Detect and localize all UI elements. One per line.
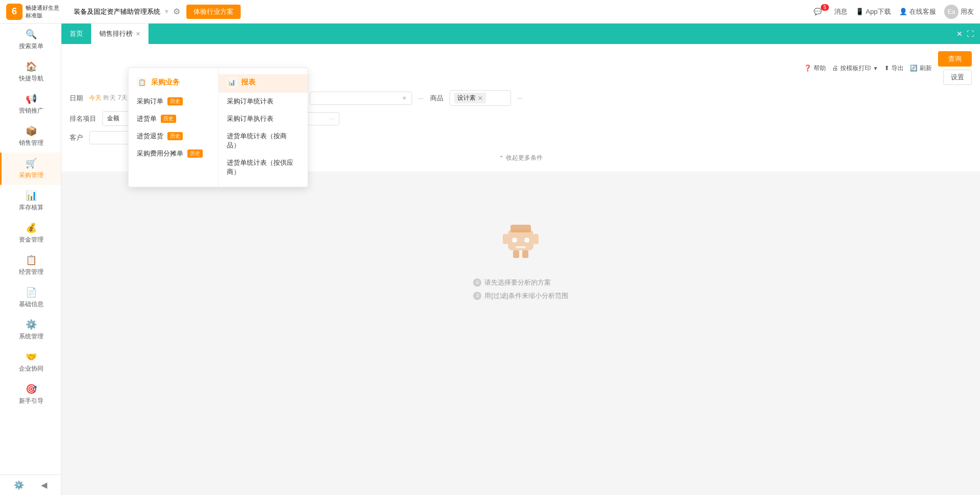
export-btn[interactable]: ⬆ 导出 <box>884 64 904 73</box>
help-icon: ❓ <box>804 64 812 72</box>
sidebar-item-label: 经营管理 <box>19 268 44 276</box>
top-header: 6 畅捷通好生意 标准版 装备及固定资产辅助管理系统 ▼ ⚙ 体验行业方案 💬 … <box>0 0 980 24</box>
chevron-down-icon-3: ··· <box>330 115 335 122</box>
tab-sales-ranking[interactable]: 销售排行榜 ✕ <box>91 24 148 44</box>
dropdown-item-goods-return[interactable]: 进货退货 历史 <box>129 127 218 145</box>
date-shortcut-yesterday[interactable]: 昨天 <box>103 94 116 102</box>
dropdown-item-goods-stats-by-product[interactable]: 进货单统计表（按商品） <box>219 127 308 154</box>
service-icon: 👤 <box>899 8 907 15</box>
online-service-btn[interactable]: 👤 在线客服 <box>899 7 936 16</box>
app-download-btn[interactable]: 📱 App下载 <box>856 7 891 16</box>
sidebar-item-label: 新手引导 <box>19 397 44 405</box>
sidebar-item-label: 采购管理 <box>19 171 44 180</box>
chevron-down-icon: ▼ <box>401 95 408 102</box>
dropdown-item-purchase-order-stats[interactable]: 采购订单统计表 <box>219 93 308 110</box>
tab-close-btn[interactable]: ✕ <box>136 31 140 37</box>
settings-btn[interactable]: 设置 <box>943 70 972 85</box>
report-col: 📊 报表 采购订单统计表 采购订单执行表 进货单统计表（按商品） 进货单统计表（… <box>219 68 308 187</box>
main-layout: 🔍 搜索菜单 🏠 快捷导航 📢 营销推广 📦 销售管理 🛒 采购管理 📊 库存核… <box>0 24 980 495</box>
print-icon: 🖨 <box>832 64 838 72</box>
sidebar-collapse-btn[interactable]: ◀ <box>41 480 47 490</box>
sidebar-item-operations[interactable]: 📋 经营管理 <box>0 249 61 282</box>
sidebar-item-sales[interactable]: 📦 销售管理 <box>0 120 61 153</box>
system-title: 装备及固定资产辅助管理系统 ▼ ⚙ <box>74 7 180 16</box>
dropdown-arrow[interactable]: ▼ <box>163 8 170 15</box>
purchase-header-icon: 📋 <box>137 77 147 88</box>
empty-state: ① 请先选择要分析的方案 ② 用[过滤]条件来缩小分析范围 <box>61 174 980 343</box>
history-badge-2: 历史 <box>161 115 176 123</box>
sidebar-item-label: 系统管理 <box>19 332 44 341</box>
sidebar-item-marketing[interactable]: 📢 营销推广 <box>0 88 61 120</box>
avatar: Ea <box>944 5 958 19</box>
sidebar-item-basic-info[interactable]: 📄 基础信息 <box>0 282 61 314</box>
date-label: 日期 <box>70 94 83 103</box>
report-col-header: 📊 报表 <box>219 74 308 93</box>
purchase-dropdown-menu: 📋 采购业务 采购订单 历史 进货单 历史 进货退货 历史 采购费用分摊单 <box>128 68 308 187</box>
hint-circle-1: ① <box>473 278 481 287</box>
svg-point-2 <box>512 238 517 243</box>
settings-gear[interactable]: ⚙ <box>173 7 180 16</box>
tab-bar: 首页 销售排行榜 ✕ ✕ ⛶ <box>61 24 980 44</box>
sidebar-item-purchase[interactable]: 🛒 采购管理 <box>0 153 61 185</box>
purchase-col-header: 📋 采购业务 <box>129 74 218 93</box>
sidebar-item-inventory[interactable]: 📊 库存核算 <box>0 185 61 217</box>
refresh-icon: 🔄 <box>910 64 918 72</box>
dropdown-item-goods-receipt[interactable]: 进货单 历史 <box>129 110 218 127</box>
inventory-icon: 📊 <box>26 190 37 201</box>
sales-icon: 📦 <box>26 125 37 137</box>
empty-text: ① 请先选择要分析的方案 ② 用[过滤]条件来缩小分析范围 <box>473 276 568 303</box>
tab-sales-ranking-label: 销售排行榜 <box>99 29 133 38</box>
refresh-btn[interactable]: 🔄 刷新 <box>910 64 932 73</box>
sidebar-item-label: 资金管理 <box>19 235 44 244</box>
print-dropdown-icon[interactable]: ▼ <box>873 66 878 71</box>
sidebar-item-finance[interactable]: 💰 资金管理 <box>0 217 61 249</box>
dropdown-item-purchase-order-execution[interactable]: 采购订单执行表 <box>219 110 308 127</box>
dropdown-item-purchase-order[interactable]: 采购订单 历史 <box>129 93 218 110</box>
ellipsis-1[interactable]: ··· <box>418 94 424 102</box>
tab-close-all-btn[interactable]: ✕ <box>956 30 963 38</box>
sidebar-item-label: 销售管理 <box>19 139 44 147</box>
sidebar-item-label: 营销推广 <box>19 106 44 115</box>
goods-input[interactable]: 设计素 ✕ <box>450 90 511 106</box>
rank-label: 排名项目 <box>70 114 96 123</box>
query-btn[interactable]: 查询 <box>938 51 972 67</box>
dropdown-item-goods-stats-by-supplier[interactable]: 进货单统计表（按供应商） <box>219 154 308 181</box>
tab-home[interactable]: 首页 <box>61 24 91 44</box>
sidebar-item-search[interactable]: 🔍 搜索菜单 <box>0 24 61 56</box>
sidebar-item-guide[interactable]: 🎯 新手引导 <box>0 378 61 411</box>
industry-btn[interactable]: 体验行业方案 <box>186 5 241 19</box>
goods-tag-close[interactable]: ✕ <box>478 95 483 102</box>
dropdown-item-purchase-expense[interactable]: 采购费用分摊单 历史 <box>129 145 218 162</box>
help-btn[interactable]: ❓ 帮助 <box>804 64 826 73</box>
sidebar-item-system[interactable]: ⚙️ 系统管理 <box>0 314 61 346</box>
date-shortcut-today[interactable]: 今天 <box>89 94 101 102</box>
message-badge: 5 <box>821 4 829 11</box>
print-btn[interactable]: 🖨 按模板打印 ▼ <box>832 64 878 73</box>
voucher-status-select[interactable]: ▼ <box>310 92 412 105</box>
logo-icon: 6 <box>6 4 23 20</box>
guide-icon: 🎯 <box>26 383 37 395</box>
sidebar-item-quick-nav[interactable]: 🏠 快捷导航 <box>0 56 61 88</box>
sidebar-item-label: 搜索菜单 <box>19 42 44 51</box>
history-badge-4: 历史 <box>187 149 203 158</box>
svg-rect-8 <box>522 250 528 258</box>
user-btn[interactable]: Ea 用友 <box>944 5 974 19</box>
purchase-icon: 🛒 <box>26 158 37 169</box>
tab-fullscreen-btn[interactable]: ⛶ <box>967 30 974 38</box>
svg-point-3 <box>524 238 529 243</box>
logo-area: 6 畅捷通好生意 标准版 <box>6 4 68 20</box>
export-icon: ⬆ <box>884 64 889 72</box>
svg-rect-5 <box>503 234 508 244</box>
goods-tag: 设计素 ✕ <box>454 93 486 103</box>
sidebar-footer: ⚙️ ◀ <box>0 475 61 495</box>
ellipsis-2[interactable]: ··· <box>517 94 523 102</box>
date-shortcut-7days[interactable]: 7天 <box>118 94 127 102</box>
footer-settings-btn[interactable]: ⚙️ <box>14 480 24 490</box>
operations-icon: 📋 <box>26 254 37 266</box>
message-btn[interactable]: 💬 5 消息 <box>814 7 847 16</box>
svg-rect-6 <box>534 234 539 244</box>
sidebar-item-enterprise[interactable]: 🤝 企业协同 <box>0 346 61 378</box>
basic-info-icon: 📄 <box>26 287 37 298</box>
goods-label: 商品 <box>430 94 443 103</box>
sidebar-item-label: 企业协同 <box>19 364 44 373</box>
